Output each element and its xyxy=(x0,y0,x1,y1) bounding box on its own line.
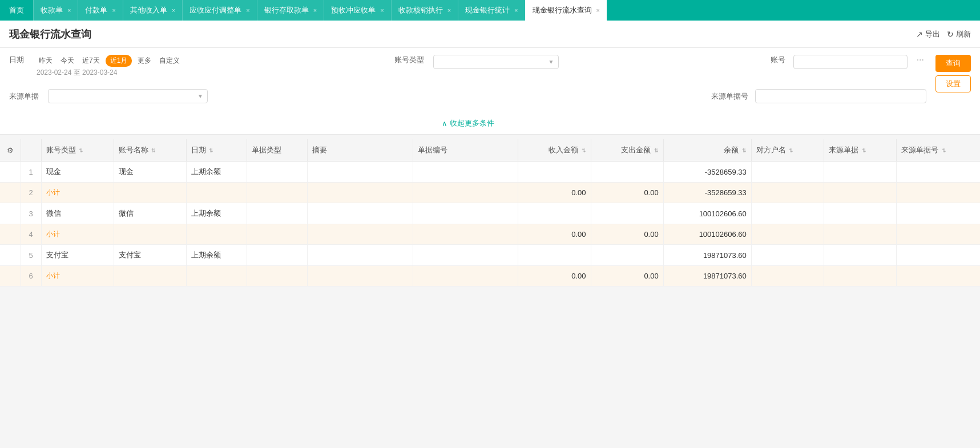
nav-tab-2[interactable]: 其他收入单× xyxy=(123,0,182,21)
td-counterparty xyxy=(751,224,824,245)
header-actions: ↗ 导出 ↻ 刷新 xyxy=(916,29,971,39)
account-more-icon[interactable]: ··· xyxy=(914,55,926,65)
date-range-text: 2023-02-24 至 2023-03-24 xyxy=(37,68,182,78)
td-account-type: 小计 xyxy=(41,183,114,203)
more-btn[interactable]: 更多 xyxy=(135,55,154,67)
refresh-button[interactable]: ↻ 刷新 xyxy=(947,29,971,39)
td-account-type: 小计 xyxy=(41,224,114,245)
td-expense: 0.00 xyxy=(591,224,663,245)
th-gear[interactable]: ⚙ xyxy=(0,139,21,162)
nav-tab-label: 现金银行流水查询 xyxy=(533,5,592,15)
export-button[interactable]: ↗ 导出 xyxy=(916,29,940,39)
td-expense: 0.00 xyxy=(591,266,663,286)
yesterday-btn[interactable]: 昨天 xyxy=(37,55,55,67)
td-income: 0.00 xyxy=(518,183,591,203)
nav-tab-close-icon[interactable]: × xyxy=(172,7,175,14)
td-income: 0.00 xyxy=(518,266,591,286)
filter-area: 日期 昨天 今天 近7天 近1月 更多 自定义 2023-02-24 至 202… xyxy=(0,48,980,135)
td-balance: 100102606.60 xyxy=(663,224,751,245)
td-doc-no xyxy=(413,266,518,286)
nav-tab-5[interactable]: 预收冲应收单× xyxy=(324,0,390,21)
td-index: 6 xyxy=(21,266,41,286)
td-counterparty xyxy=(751,162,824,183)
td-gear xyxy=(0,203,21,224)
th-doc-type: 单据类型 xyxy=(247,139,307,162)
settings-button[interactable]: 设置 xyxy=(935,75,971,92)
td-gear xyxy=(0,245,21,266)
th-index xyxy=(21,139,41,162)
th-source-doc[interactable]: 来源单据 ⇅ xyxy=(824,139,896,162)
nav-tab-4[interactable]: 银行存取款单× xyxy=(257,0,324,21)
nav-tab-close-icon[interactable]: × xyxy=(67,7,71,14)
nav-tab-close-icon[interactable]: × xyxy=(246,7,249,14)
nav-tab-label: 现金银行统计 xyxy=(465,5,510,15)
today-btn[interactable]: 今天 xyxy=(58,55,76,67)
td-doc-type xyxy=(247,224,307,245)
td-expense xyxy=(591,245,663,266)
td-account-type: 现金 xyxy=(41,162,114,183)
td-doc-no xyxy=(413,162,518,183)
th-date[interactable]: 日期 ⇅ xyxy=(186,139,247,162)
nav-tab-close-icon[interactable]: × xyxy=(447,7,451,14)
nav-tab-0[interactable]: 收款单× xyxy=(33,0,78,21)
td-source-doc xyxy=(824,183,896,203)
td-date: 上期余额 xyxy=(186,162,247,183)
refresh-icon: ↻ xyxy=(947,30,954,39)
last7-btn[interactable]: 近7天 xyxy=(80,55,102,67)
td-summary xyxy=(308,183,413,203)
nav-tab-close-icon[interactable]: × xyxy=(596,7,600,14)
td-summary xyxy=(308,266,413,286)
th-account-name[interactable]: 账号名称 ⇅ xyxy=(114,139,186,162)
th-balance[interactable]: 余额 ⇅ xyxy=(663,139,751,162)
td-index: 1 xyxy=(21,162,41,183)
th-counterparty[interactable]: 对方户名 ⇅ xyxy=(751,139,824,162)
td-counterparty xyxy=(751,266,824,286)
td-source-doc xyxy=(824,162,896,183)
td-gear xyxy=(0,183,21,203)
td-doc-type xyxy=(247,266,307,286)
nav-tab-1[interactable]: 付款单× xyxy=(78,0,122,21)
account-type-select[interactable] xyxy=(433,55,559,69)
collapse-bar[interactable]: ∧ 收起更多条件 xyxy=(9,117,926,130)
th-income[interactable]: 收入金额 ⇅ xyxy=(518,139,591,162)
th-expense[interactable]: 支出金额 ⇅ xyxy=(591,139,663,162)
th-source-doc-no[interactable]: 来源单据号 ⇅ xyxy=(897,139,980,162)
td-account-name xyxy=(114,183,186,203)
custom-btn[interactable]: 自定义 xyxy=(157,55,182,67)
td-counterparty xyxy=(751,183,824,203)
td-expense xyxy=(591,203,663,224)
td-counterparty xyxy=(751,245,824,266)
collapse-icon: ∧ xyxy=(442,119,447,128)
nav-tab-7[interactable]: 现金银行统计× xyxy=(458,0,525,21)
td-expense: 0.00 xyxy=(591,183,663,203)
nav-tab-8[interactable]: 现金银行流水查询× xyxy=(525,0,607,21)
td-doc-no xyxy=(413,224,518,245)
td-doc-type xyxy=(247,245,307,266)
query-button[interactable]: 查询 xyxy=(935,55,971,72)
source-doc-no-input[interactable] xyxy=(755,89,926,103)
last1m-btn[interactable]: 近1月 xyxy=(106,55,132,67)
nav-tab-close-icon[interactable]: × xyxy=(380,7,384,14)
date-label: 日期 xyxy=(9,55,30,65)
nav-tab-close-icon[interactable]: × xyxy=(514,7,518,14)
td-index: 2 xyxy=(21,183,41,203)
account-input[interactable] xyxy=(793,55,908,69)
nav-tab-3[interactable]: 应收应付调整单× xyxy=(182,0,256,21)
td-account-name xyxy=(114,224,186,245)
td-source-doc-no xyxy=(897,224,980,245)
nav-tab-close-icon[interactable]: × xyxy=(313,7,317,14)
nav-home[interactable]: 首页 xyxy=(0,0,33,21)
account-type-select-wrapper: ▼ xyxy=(433,55,559,69)
td-index: 4 xyxy=(21,224,41,245)
export-icon: ↗ xyxy=(916,30,923,39)
nav-tab-close-icon[interactable]: × xyxy=(112,7,115,14)
td-counterparty xyxy=(751,203,824,224)
nav-tab-label: 收款单 xyxy=(41,5,63,15)
source-doc-select-wrapper: ▼ xyxy=(48,89,208,103)
source-doc-select[interactable] xyxy=(48,89,208,103)
th-account-type[interactable]: 账号类型 ⇅ xyxy=(41,139,114,162)
td-balance: 100102606.60 xyxy=(663,203,751,224)
nav-tab-6[interactable]: 收款核销执行× xyxy=(391,0,458,21)
td-date xyxy=(186,183,247,203)
td-source-doc xyxy=(824,266,896,286)
